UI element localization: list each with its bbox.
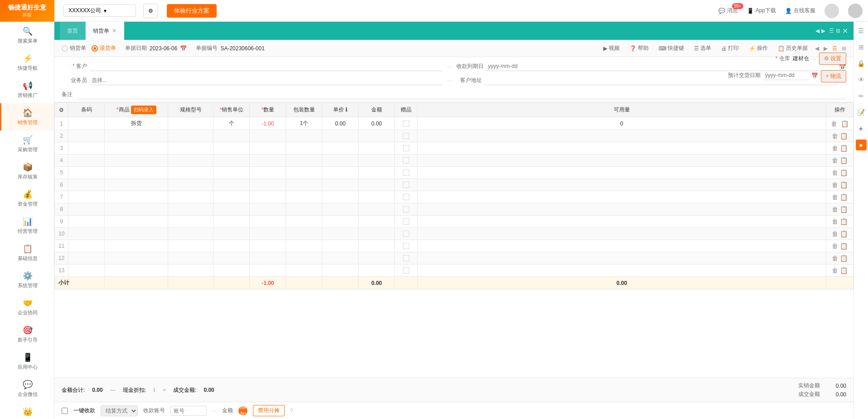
delete-icon-11[interactable]: 🗑 — [832, 242, 838, 250]
row-unit-price-1[interactable]: 0.00 — [322, 117, 359, 130]
row-spec-12[interactable] — [168, 252, 213, 265]
row-pkg-qty-7[interactable] — [286, 191, 322, 203]
row-unit-12[interactable] — [213, 252, 250, 265]
copy-icon-1[interactable]: 📋 — [841, 120, 849, 127]
logistics-button[interactable]: + 物流 — [821, 70, 846, 82]
delete-icon-2[interactable]: 🗑 — [832, 132, 838, 140]
account-input[interactable] — [170, 406, 207, 416]
settings-button[interactable]: ⚙ — [143, 4, 158, 18]
copy-icon-9[interactable]: 📋 — [840, 218, 848, 225]
row-qty-1[interactable]: -1.00 — [250, 117, 286, 130]
row-product-9[interactable] — [105, 216, 168, 228]
messages-button[interactable]: 💬 消息 99+ — [718, 7, 738, 14]
view-grid-icon[interactable]: ⊞ — [842, 45, 846, 52]
select-btn[interactable]: ☰ 选单 — [691, 43, 714, 53]
copy-icon-5[interactable]: 📋 — [840, 169, 848, 176]
tab-nav-next-icon[interactable]: ▶ — [821, 28, 825, 34]
row-qty-11[interactable] — [250, 240, 286, 252]
setting-button[interactable]: ⚙ 设置 — [819, 53, 846, 65]
customer-dots-icon[interactable]: ··· — [447, 63, 451, 70]
row-unit-2[interactable] — [213, 130, 250, 142]
row-spec-1[interactable] — [168, 117, 213, 130]
operate-btn[interactable]: ⚡ 操作 — [746, 43, 771, 53]
row-unit-price-8[interactable] — [322, 203, 359, 216]
row-barcode-6[interactable] — [68, 179, 105, 191]
row-unit-13[interactable] — [213, 265, 250, 277]
row-spec-3[interactable] — [168, 142, 213, 154]
row-product-12[interactable] — [105, 252, 168, 265]
sidebar-item-member[interactable]: 👑 畅会员 — [0, 402, 54, 419]
row-qty-5[interactable] — [250, 167, 286, 179]
row-spec-6[interactable] — [168, 179, 213, 191]
delete-icon-10[interactable]: 🗑 — [832, 230, 838, 237]
row-gift-4[interactable] — [395, 154, 417, 167]
delete-icon-12[interactable]: 🗑 — [832, 255, 838, 262]
tab-sales-order[interactable]: 销货单 ✕ — [86, 22, 124, 40]
row-unit-8[interactable] — [213, 203, 250, 216]
trial-button[interactable]: 体验行业方案 — [167, 4, 217, 18]
right-panel-icon-5[interactable]: ✏ — [856, 91, 867, 101]
row-product-7[interactable] — [105, 191, 168, 203]
one-click-checkbox[interactable] — [62, 408, 68, 414]
sidebar-item-basic[interactable]: 📋 基础信息 — [0, 239, 54, 266]
copy-icon-6[interactable]: 📋 — [840, 181, 848, 188]
row-product-4[interactable] — [105, 154, 168, 167]
row-qty-7[interactable] — [250, 191, 286, 203]
row-qty-6[interactable] — [250, 179, 286, 191]
row-amount-5[interactable] — [359, 167, 395, 179]
copy-icon-13[interactable]: 📋 — [840, 267, 848, 274]
sidebar-item-enterprise[interactable]: 🤝 企业协同 — [0, 294, 54, 321]
tab-home[interactable]: 首页 — [60, 22, 86, 40]
row-pkg-qty-9[interactable] — [286, 216, 322, 228]
row-spec-4[interactable] — [168, 154, 213, 167]
delete-icon-5[interactable]: 🗑 — [832, 169, 838, 176]
row-barcode-3[interactable] — [68, 142, 105, 154]
delete-icon-8[interactable]: 🗑 — [832, 206, 838, 213]
nav-right-icon[interactable]: ▶ — [824, 45, 828, 52]
row-qty-13[interactable] — [250, 265, 286, 277]
row-qty-8[interactable] — [250, 203, 286, 216]
row-unit-price-3[interactable] — [322, 142, 359, 154]
right-panel-icon-3[interactable]: 🔒 — [856, 58, 867, 69]
row-unit-price-5[interactable] — [322, 167, 359, 179]
sidebar-item-apps[interactable]: 📱 应用中心 — [0, 348, 54, 375]
row-barcode-10[interactable] — [68, 228, 105, 240]
copy-icon-12[interactable]: 📋 — [840, 255, 848, 262]
row-spec-7[interactable] — [168, 191, 213, 203]
shortcut-btn[interactable]: ⌨ 快捷键 — [656, 43, 687, 53]
row-gift-12[interactable] — [395, 252, 417, 265]
remarks-input[interactable] — [76, 90, 846, 99]
row-amount-6[interactable] — [359, 179, 395, 191]
row-qty-2[interactable] — [250, 130, 286, 142]
row-qty-10[interactable] — [250, 228, 286, 240]
col-config[interactable]: ⚙ — [55, 103, 68, 117]
row-qty-9[interactable] — [250, 216, 286, 228]
row-barcode-1[interactable] — [68, 117, 105, 130]
avatar[interactable] — [824, 4, 839, 18]
row-product-8[interactable] — [105, 203, 168, 216]
tab-close-icon[interactable]: ✕ — [112, 28, 116, 34]
row-unit-price-10[interactable] — [322, 228, 359, 240]
row-unit-9[interactable] — [213, 216, 250, 228]
sidebar-item-search[interactable]: 🔍 搜索菜单 — [0, 22, 54, 49]
tab-close-all-icon[interactable]: ✕ — [842, 27, 848, 35]
row-pkg-qty-11[interactable] — [286, 240, 322, 252]
help-btn[interactable]: ❓ 帮助 — [627, 43, 651, 53]
row-product-10[interactable] — [105, 228, 168, 240]
calendar-icon[interactable]: 📅 — [180, 45, 187, 52]
sidebar-item-quick-nav[interactable]: ⚡ 快捷导航 — [0, 49, 54, 76]
row-barcode-7[interactable] — [68, 191, 105, 203]
radio-sales[interactable]: 销货单 — [62, 44, 86, 52]
row-product-5[interactable] — [105, 167, 168, 179]
discount-info-icon[interactable]: ℹ — [153, 387, 155, 393]
row-gift-5[interactable] — [395, 167, 417, 179]
row-amount-4[interactable] — [359, 154, 395, 167]
right-panel-icon-7[interactable]: ★ — [856, 123, 867, 134]
row-qty-3[interactable] — [250, 142, 286, 154]
row-unit-1[interactable]: 个 — [213, 117, 250, 130]
row-gift-2[interactable] — [395, 130, 417, 142]
row-pkg-qty-13[interactable] — [286, 265, 322, 277]
row-pkg-qty-3[interactable] — [286, 142, 322, 154]
scan-btn[interactable]: 扫码录入 — [131, 106, 156, 114]
row-unit-11[interactable] — [213, 240, 250, 252]
